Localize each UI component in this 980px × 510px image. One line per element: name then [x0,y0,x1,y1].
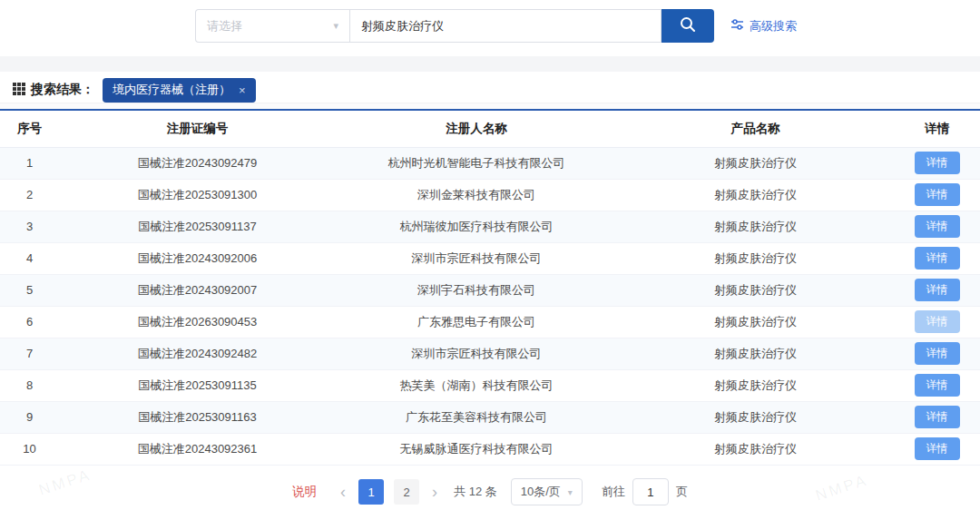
table-row: 9 国械注准20253091163 广东花至美容科技有限公司 射频皮肤治疗仪 详… [0,401,980,433]
detail-cell: 详情 [894,306,980,338]
detail-button[interactable]: 详情 [915,374,960,397]
page-button-1[interactable]: 1 [358,479,384,505]
results-label-wrap: 搜索结果： [13,82,94,98]
page-size-value: 10条/页 [521,484,561,500]
detail-button[interactable]: 详情 [915,310,960,333]
goto-prefix: 前往 [602,484,625,500]
product-name: 射频皮肤治疗仪 [617,274,894,306]
product-name: 射频皮肤治疗仪 [617,338,894,369]
cert-number: 国械注准20263090453 [59,306,336,338]
pagination-bar: 说明 ‹ 1 2 › 共 12 条 10条/页 ▾ 前往 页 [0,478,980,505]
table-row: 2 国械注准20253091300 深圳金莱科技有限公司 射频皮肤治疗仪 详情 [0,179,980,211]
detail-button[interactable]: 详情 [915,406,960,428]
registrant-name: 深圳宇石科技有限公司 [336,274,617,306]
search-bar: 请选择 ▾ 高级搜索 [195,9,797,43]
prev-page-button[interactable]: ‹ [338,484,348,500]
row-index: 8 [0,369,59,401]
next-page-button[interactable]: › [429,484,440,500]
sub-separator [0,103,980,109]
detail-cell: 详情 [894,401,980,433]
cert-number: 国械注准20243092006 [59,242,336,274]
chevron-down-icon: ▾ [333,20,338,32]
goto-page-input[interactable] [632,478,669,505]
registrant-name: 深圳金莱科技有限公司 [336,179,617,211]
filter-tag: 境内医疗器械（注册） × [103,78,256,103]
category-select-placeholder: 请选择 [207,18,242,34]
row-index: 10 [0,433,59,465]
detail-cell: 详情 [894,274,980,306]
results-label: 搜索结果： [31,82,94,98]
detail-button[interactable]: 详情 [915,215,960,238]
row-index: 7 [0,338,59,369]
row-index: 4 [0,242,59,274]
total-count: 共 12 条 [454,484,497,500]
detail-button[interactable]: 详情 [915,342,960,365]
search-button[interactable] [662,9,714,43]
registrant-name: 杭州时光机智能电子科技有限公司 [336,147,617,179]
table-row: 8 国械注准20253091135 热芙美（湖南）科技有限公司 射频皮肤治疗仪 … [0,369,980,401]
header-registrant: 注册人名称 [336,111,617,147]
registrant-name: 深圳市宗匠科技有限公司 [336,242,617,274]
results-table: 序号 注册证编号 注册人名称 产品名称 详情 1 国械注准20243092479… [0,111,980,466]
note-link[interactable]: 说明 [292,484,317,500]
detail-cell: 详情 [894,179,980,211]
registrant-name: 无锡威脉通医疗科技有限公司 [336,433,617,465]
row-index: 5 [0,274,59,306]
product-name: 射频皮肤治疗仪 [617,306,894,338]
table-row: 7 国械注准20243092482 深圳市宗匠科技有限公司 射频皮肤治疗仪 详情 [0,338,980,369]
header-no: 序号 [0,111,59,147]
detail-button[interactable]: 详情 [915,183,960,206]
page-size-select[interactable]: 10条/页 ▾ [511,478,583,505]
goto-page: 前往 页 [602,478,688,505]
detail-button[interactable]: 详情 [915,247,960,270]
detail-cell: 详情 [894,369,980,401]
cert-number: 国械注准20253091300 [59,179,336,211]
product-name: 射频皮肤治疗仪 [617,401,894,433]
cert-number: 国械注准20253091163 [59,401,336,433]
grid-icon [13,83,25,98]
table-row: 3 国械注准20253091137 杭州瑞彼加医疗科技有限公司 射频皮肤治疗仪 … [0,211,980,242]
table-row: 4 国械注准20243092006 深圳市宗匠科技有限公司 射频皮肤治疗仪 详情 [0,242,980,274]
cert-number: 国械注准20243092482 [59,338,336,369]
registrant-name: 广东雅思电子有限公司 [336,306,617,338]
separator-band [0,56,980,72]
chevron-down-icon: ▾ [568,487,573,497]
advanced-search-label: 高级搜索 [750,18,797,34]
product-name: 射频皮肤治疗仪 [617,211,894,242]
detail-button[interactable]: 详情 [915,279,960,301]
product-name: 射频皮肤治疗仪 [617,433,894,465]
registrant-name: 深圳市宗匠科技有限公司 [336,338,617,369]
table-row: 1 国械注准20243092479 杭州时光机智能电子科技有限公司 射频皮肤治疗… [0,147,980,179]
registrant-name: 杭州瑞彼加医疗科技有限公司 [336,211,617,242]
cert-number: 国械注准20243092479 [59,147,336,179]
row-index: 2 [0,179,59,211]
sliders-icon [730,18,744,34]
detail-cell: 详情 [894,242,980,274]
header-cert: 注册证编号 [59,111,336,147]
table-row: 10 国械注准20243092361 无锡威脉通医疗科技有限公司 射频皮肤治疗仪… [0,433,980,465]
registrant-name: 广东花至美容科技有限公司 [336,401,617,433]
category-select[interactable]: 请选择 ▾ [195,9,349,43]
detail-button[interactable]: 详情 [915,437,960,460]
detail-cell: 详情 [894,433,980,465]
product-name: 射频皮肤治疗仪 [617,147,894,179]
page-button-2[interactable]: 2 [394,479,419,505]
table-row: 6 国械注准20263090453 广东雅思电子有限公司 射频皮肤治疗仪 详情 [0,306,980,338]
search-input[interactable] [349,9,662,43]
detail-cell: 详情 [894,147,980,179]
advanced-search-link[interactable]: 高级搜索 [730,18,797,34]
cert-number: 国械注准20243092361 [59,433,336,465]
row-index: 9 [0,401,59,433]
filter-tag-label: 境内医疗器械（注册） [113,82,230,98]
row-index: 6 [0,306,59,338]
close-icon[interactable]: × [239,84,246,96]
detail-cell: 详情 [894,211,980,242]
header-detail: 详情 [894,111,980,147]
results-bar: 搜索结果： 境内医疗器械（注册） × [13,76,256,103]
product-name: 射频皮肤治疗仪 [617,179,894,211]
product-name: 射频皮肤治疗仪 [617,369,894,401]
header-product: 产品名称 [617,111,894,147]
detail-button[interactable]: 详情 [915,152,960,174]
detail-cell: 详情 [894,338,980,369]
product-name: 射频皮肤治疗仪 [617,242,894,274]
